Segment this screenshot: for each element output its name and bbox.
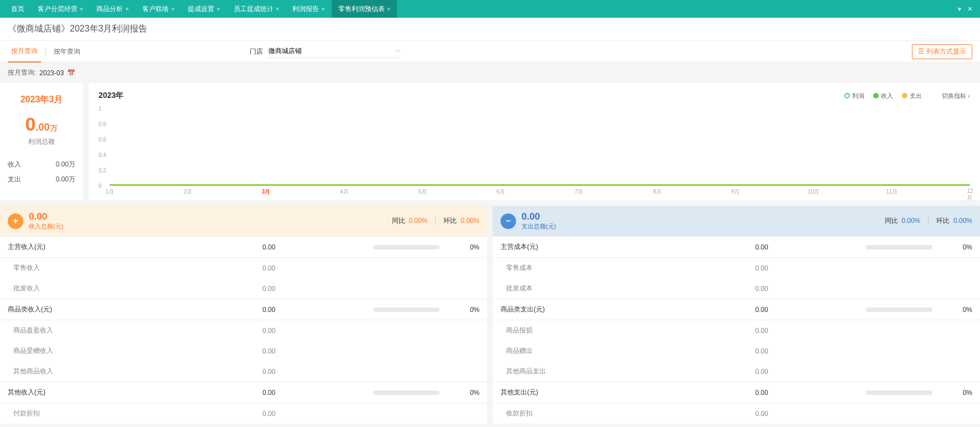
x-tick: 4月: [340, 188, 349, 196]
mom-label: 环比: [443, 217, 457, 225]
close-icon[interactable]: ×: [80, 6, 83, 12]
table-row: 其他商品支出0.00: [493, 361, 980, 382]
close-icon[interactable]: ×: [387, 6, 390, 12]
tab-retail-profit-estimate[interactable]: 零售利润预估表×: [332, 0, 397, 18]
close-icon[interactable]: ×: [216, 6, 220, 12]
x-tick: 9月: [731, 188, 740, 196]
y-tick: 0: [99, 183, 102, 189]
y-tick: 0.2: [99, 168, 106, 174]
row-label: 商品类支出(元): [493, 299, 747, 320]
row-label: 付款折扣: [0, 403, 255, 424]
table-row: 收款折扣0.00: [493, 403, 980, 424]
x-tick: 7月: [575, 188, 584, 196]
chevron-down-icon[interactable]: ▼: [957, 6, 962, 12]
chevron-down-icon[interactable]: ﹀: [395, 47, 401, 56]
tab-employee-commission[interactable]: 员工提成统计×: [227, 0, 286, 18]
divider: [928, 217, 929, 225]
row-value: 0.00: [255, 382, 365, 403]
close-all-icon[interactable]: ×: [968, 4, 972, 13]
table-row: 付款折扣0.00: [0, 403, 487, 424]
date-filter-value[interactable]: 2023-03: [39, 69, 64, 77]
date-filter-label: 按月查询:: [8, 68, 36, 77]
y-tick: 0.8: [99, 121, 106, 127]
row-value: 0.00: [255, 341, 365, 361]
x-tick: 6月: [497, 188, 506, 196]
row-label: 零售成本: [493, 258, 747, 279]
row-pct: 0%: [454, 382, 487, 403]
profit-total-int: 0: [25, 113, 36, 134]
row-label: 其他商品支出: [493, 361, 747, 382]
tab-product-analysis[interactable]: 商品分析×: [90, 0, 135, 18]
table-row: 商品赠出0.00: [493, 341, 980, 361]
row-value: 0.00: [255, 403, 365, 424]
expense-label: 支出: [8, 175, 21, 184]
legend-expense[interactable]: 支出: [902, 92, 922, 100]
tab-customer-tier[interactable]: 客户分层经营×: [31, 0, 90, 18]
row-bar: [365, 237, 454, 258]
tab-profit-report[interactable]: 利润报告×: [286, 0, 331, 18]
mom-label: 环比: [936, 217, 950, 225]
store-label: 门店: [250, 47, 263, 56]
row-pct: 0%: [947, 299, 980, 320]
row-value: 0.00: [255, 299, 365, 320]
expense-total-value: 0.00: [522, 211, 556, 222]
row-value: 0.00: [255, 258, 365, 279]
circle-icon: [902, 93, 907, 98]
y-tick: 0.4: [99, 152, 106, 158]
subtab-year[interactable]: 按年查询: [50, 40, 84, 63]
close-icon[interactable]: ×: [276, 6, 279, 12]
list-mode-button[interactable]: ☰ 列表方式显示: [912, 44, 972, 59]
legend-profit[interactable]: 利润: [844, 92, 864, 100]
tab-commission-setting[interactable]: 提成设置×: [181, 0, 226, 18]
legend-income[interactable]: 收入: [873, 92, 893, 100]
chart-legend: 利润 收入 支出 切换指标 ›: [844, 92, 970, 100]
summary-card: 2023年3月 0.00万 利润总额 收入 0.00万 支出 0.00万: [0, 83, 83, 200]
row-label: 其他收入(元): [0, 382, 255, 403]
y-tick: 1: [99, 106, 102, 112]
table-row: 其他收入(元)0.000%: [0, 382, 487, 403]
store-select[interactable]: [267, 45, 400, 58]
expense-value: 0.00万: [56, 175, 75, 184]
chart-title: 2023年: [99, 91, 123, 101]
table-row: 主营收入(元)0.000%: [0, 237, 487, 258]
row-bar: [365, 382, 454, 403]
income-value: 0.00万: [56, 160, 75, 169]
subtab-month[interactable]: 按月查询: [8, 40, 41, 63]
tab-customer-contact[interactable]: 客户联络×: [136, 0, 181, 18]
close-icon[interactable]: ×: [125, 6, 128, 12]
page-title: 《微商城店铺》2023年3月利润报告: [0, 18, 980, 40]
table-row: 批发收入0.00: [0, 278, 487, 299]
toggle-metric-button[interactable]: 切换指标 ›: [942, 92, 970, 100]
row-label: 零售收入: [0, 258, 255, 279]
row-label: 其他商品收入: [0, 361, 255, 382]
plot-line: [110, 184, 970, 186]
x-tick: 12月: [967, 188, 973, 202]
x-tick: 5月: [418, 188, 427, 196]
close-icon[interactable]: ×: [171, 6, 174, 12]
table-row: 商品报损0.00: [493, 320, 980, 341]
expense-icon: －: [501, 214, 516, 229]
chart-plot[interactable]: 1月2月3月4月5月6月7月8月9月10月11月12月 10.80.60.40.…: [99, 103, 970, 197]
table-row: 商品受赠收入0.00: [0, 341, 487, 361]
expense-panel: － 0.00 支出总额(元) 同比 0.00% 环比 0.00% 主营成本(元)…: [493, 206, 980, 424]
table-row: 零售收入0.00: [0, 258, 487, 279]
row-value: 0.00: [255, 320, 365, 341]
x-tick: 2月: [183, 188, 192, 196]
table-row: 其他商品收入0.00: [0, 361, 487, 382]
mom-value: 0.00%: [953, 217, 972, 225]
row-bar: [365, 299, 454, 320]
tab-home[interactable]: 首页: [4, 0, 31, 18]
yoy-label: 同比: [392, 217, 405, 225]
row-value: 0.00: [747, 320, 858, 341]
row-pct: 0%: [454, 237, 487, 258]
close-icon[interactable]: ×: [321, 6, 324, 12]
profit-total-dec: .00: [35, 122, 49, 133]
table-row: 主营成本(元)0.000%: [493, 237, 980, 258]
row-label: 收款折扣: [493, 403, 747, 424]
table-row: 商品类支出(元)0.000%: [493, 299, 980, 320]
calendar-icon[interactable]: 📅: [67, 69, 75, 77]
divider: [435, 217, 436, 225]
y-tick: 0.6: [99, 137, 106, 143]
row-pct: 0%: [947, 237, 980, 258]
row-value: 0.00: [747, 403, 858, 424]
